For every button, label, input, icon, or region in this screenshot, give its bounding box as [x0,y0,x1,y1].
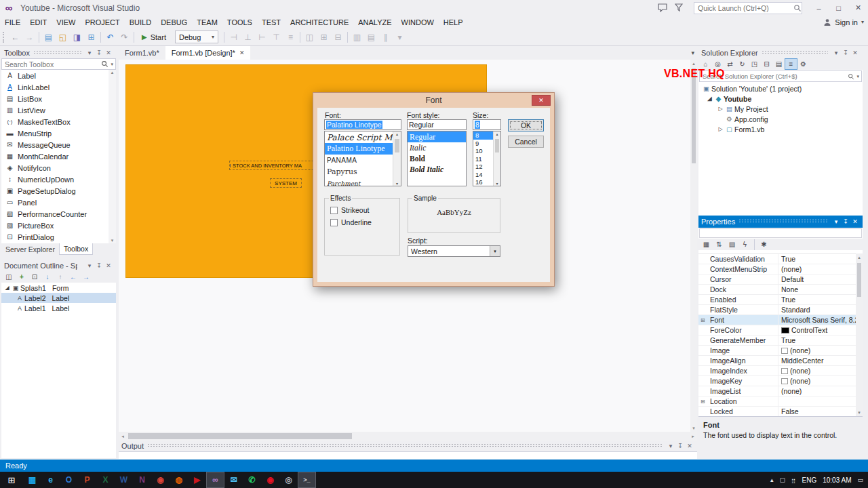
toolbox-item-listview[interactable]: ▥ListView [1,104,116,116]
sign-in-label[interactable]: Sign in [835,18,858,26]
window-position-icon[interactable]: ▾ [85,262,94,269]
start-button[interactable]: ⊞ [0,472,23,488]
toolbox-item-label[interactable]: ALabel [1,70,116,81]
expand-plus-icon[interactable]: ⊞ [701,317,705,323]
toolbox-item-notifyicon[interactable]: ◈NotifyIcon [1,162,116,174]
scroll-down-icon[interactable]: ▾ [111,238,114,243]
properties-scrollbar[interactable]: ▴ ▾ [856,253,863,416]
scroll-thumb[interactable] [395,139,399,152]
scroll-thumb[interactable] [495,139,499,152]
cancel-button[interactable]: Cancel [508,136,544,148]
scroll-up-icon[interactable]: ▴ [690,60,697,67]
pin-icon[interactable]: ↧ [94,49,104,56]
panel-drag-handle[interactable] [762,51,828,55]
expander-expanded-icon[interactable]: ◢ [706,96,713,102]
editor-vertical-scrollbar[interactable]: ▴ ▾ [690,60,697,432]
property-row[interactable]: DockNone [698,285,863,295]
toolbox-item-panel[interactable]: ▭Panel [1,197,116,208]
feedback-comment-icon[interactable] [654,0,671,16]
move-up-icon[interactable]: ↑ [54,272,66,283]
close-icon[interactable]: ✕ [104,49,113,56]
quick-launch-box[interactable] [694,2,802,14]
taskbar-steam[interactable]: ◎ [279,472,298,488]
properties-icon[interactable]: ▤ [773,59,785,69]
toolbar-options-icon[interactable]: ▾ [393,30,407,44]
tray-expand-icon[interactable]: ▴ [770,476,774,483]
pin-icon[interactable]: ↧ [675,443,685,449]
taskbar-powerpoint[interactable]: P [78,472,96,488]
chevron-down-icon[interactable]: ▾ [108,62,115,67]
scroll-down-icon[interactable]: ▾ [856,409,863,416]
property-row[interactable]: ImageAlignMiddleCenter [698,356,863,366]
close-tab-icon[interactable]: ✕ [239,49,245,56]
taskbar-outlook[interactable]: O [60,472,78,488]
taskbar-whatsapp[interactable]: ✆ [243,472,261,488]
property-row[interactable]: ContextMenuStrip(none) [698,264,863,274]
property-row[interactable]: LockedFalse [698,407,863,416]
taskbar-visual-studio[interactable]: ∞ [206,472,224,488]
properties-object-dropdown[interactable] [699,228,862,238]
properties-view-icon[interactable]: ▤ [726,239,738,249]
settings-icon[interactable]: ⚙ [797,59,809,69]
font-list-scrollbar[interactable]: ▴ ▾ [393,131,401,186]
property-value[interactable]: MiddleCenter [778,356,863,365]
pin-icon[interactable]: ↧ [94,262,104,269]
property-value[interactable]: None [778,285,863,294]
font-style-input[interactable]: Regular [407,119,467,130]
toolbox-item-menustrip[interactable]: ▬MenuStrip [1,127,116,139]
maximize-button[interactable]: □ [829,0,848,16]
taskbar-word[interactable]: W [115,472,133,488]
menu-build[interactable]: BUILD [125,16,156,28]
property-value[interactable] [778,396,863,406]
toolbox-search-box[interactable]: ▾ [1,58,116,70]
quick-launch-input[interactable] [694,4,793,12]
tree-node-app-config[interactable]: ⚙ App.config [698,114,863,124]
navigate-back-icon[interactable]: ← [67,272,79,283]
collapse-all-icon[interactable]: ⊟ [761,59,772,69]
close-icon[interactable]: ✕ [685,443,694,449]
tree-node-project-youtube[interactable]: ◢ ◆ Youtube [698,94,863,104]
font-option[interactable]: Parchment [325,178,401,186]
selection-handle[interactable] [229,164,231,167]
ok-button[interactable]: OK [508,119,544,131]
property-row[interactable]: ForeColor ControlText [698,325,863,336]
property-value[interactable]: False [778,407,863,416]
property-row[interactable]: CursorDefault [698,274,863,285]
nav-forward-icon[interactable]: → [22,30,37,44]
scroll-right-icon[interactable]: ▸ [689,432,697,441]
tree-node-form1[interactable]: ▷ ▢ Form1.vb [698,124,863,134]
font-option[interactable]: PANAMA [325,155,401,166]
menu-window[interactable]: WINDOW [397,16,439,28]
dialog-close-button[interactable]: ✕ [532,95,551,106]
align-left-icon[interactable]: ⊣ [226,30,241,44]
scroll-up-icon[interactable]: ▴ [856,253,863,261]
taskbar-firefox[interactable]: ◍ [170,472,188,488]
vertical-spacing-icon[interactable]: ▤ [364,30,378,44]
toolbox-item-picturebox[interactable]: ▨PictureBox [1,220,116,231]
menu-view[interactable]: VIEW [52,16,80,28]
redo-icon[interactable]: ↷ [117,30,132,44]
new-file-icon[interactable]: ▤ [41,30,56,44]
tab-form1-design[interactable]: Form1.vb [Design]* ✕ [165,46,251,60]
taskbar-youtube[interactable]: ▶ [188,472,206,488]
outline-node-label2[interactable]: A Label2 Label [1,293,116,303]
scroll-down-icon[interactable]: ▾ [496,181,498,186]
property-value[interactable]: Microsoft Sans Serif, 8.25p [778,315,863,325]
design-label-system[interactable]: SYSTEM [270,178,302,188]
panel-drag-handle[interactable] [33,51,81,55]
undo-icon[interactable]: ↶ [103,30,117,44]
panel-drag-handle[interactable] [738,220,828,224]
merge-icon[interactable]: ⊟ [331,30,345,44]
strikeout-checkbox[interactable] [330,207,338,214]
property-value[interactable]: ControlText [778,325,863,335]
language-indicator[interactable]: ENG [802,476,817,484]
document-outline-header[interactable]: Document Outline - Splash1 ▾ ↧ ✕ [1,260,116,271]
property-row[interactable]: FlatStyleStandard [698,305,863,315]
same-size-icon[interactable]: ⊞ [317,30,331,44]
minimize-button[interactable]: – [809,0,829,16]
add-item-icon[interactable]: + [16,272,28,283]
alphabetical-icon[interactable]: ⇅ [713,239,725,249]
tree-node-my-project[interactable]: ▷ ▤ My Project [698,104,863,114]
scroll-thumb[interactable] [128,433,352,439]
font-option[interactable]: Palace Script MT [325,131,401,143]
